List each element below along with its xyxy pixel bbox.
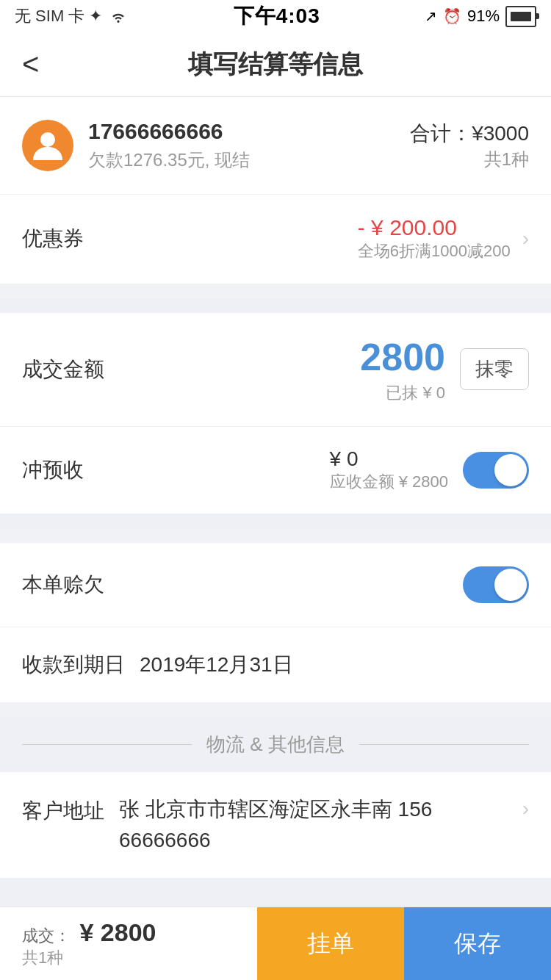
footer-deal-label: 成交： [22,926,71,945]
battery-icon [505,6,536,27]
footer-count: 共1种 [22,947,235,969]
location-icon: ↗ [425,7,437,25]
debt-section: 本单赊欠 收款到期日 2019年12月31日 [0,543,551,702]
coupon-right: - ¥ 200.00 全场6折满1000减200 › [358,215,529,263]
footer: 成交： ¥ 2800 共1种 挂单 保存 [0,907,551,980]
customer-left: 17666666666 欠款1276.35元, 现结 [22,119,250,172]
status-bar: 无 SIM 卡 ✦ 下午4:03 ↗ ⏰ 91% [0,0,551,32]
status-right: ↗ ⏰ 91% [425,6,536,27]
address-label: 客户地址 [22,797,104,825]
status-left: 无 SIM 卡 ✦ [15,5,129,27]
debt-toggle-knob [494,569,527,601]
amount-right: 2800 已抹 ¥ 0 抹零 [360,335,529,404]
amount-value: 2800 [360,335,445,379]
footer-deal-amount: ¥ 2800 [79,918,156,946]
customer-total: 合计：¥3000 [410,120,529,148]
coupon-discount: - ¥ 200.00 [358,215,511,240]
coupon-desc: 全场6折满1000减200 [358,240,511,263]
advance-label: 冲预收 [22,456,84,484]
logistics-label: 物流 & 其他信息 [206,732,345,757]
back-button[interactable]: < [22,48,39,81]
round-button[interactable]: 抹零 [460,348,529,390]
amount-value-col: 2800 已抹 ¥ 0 [360,335,445,404]
wifi-icon [108,9,129,24]
svg-point-0 [40,132,55,147]
advance-right: ¥ 0 应收金额 ¥ 2800 [330,447,529,493]
coupon-row[interactable]: 优惠券 - ¥ 200.00 全场6折满1000减200 › [0,194,551,284]
logistics-divider: 物流 & 其他信息 [0,717,551,772]
customer-info: 17666666666 欠款1276.35元, 现结 [88,119,250,172]
customer-row: 17666666666 欠款1276.35元, 现结 合计：¥3000 共1种 [0,97,551,194]
customer-summary: 合计：¥3000 共1种 [410,120,529,171]
address-section[interactable]: 客户地址 张 北京市市辖区海淀区永丰南 156 66666666 › [0,772,551,878]
advance-sub: 应收金额 ¥ 2800 [330,471,448,493]
section-divider-1 [0,298,551,313]
customer-count: 共1种 [410,148,529,171]
duedate-label: 收款到期日 [22,651,125,679]
customer-note: 欠款1276.35元, 现结 [88,148,250,172]
nav-bar: < 填写结算等信息 [0,32,551,97]
debt-label: 本单赊欠 [22,571,104,599]
advance-amount: ¥ 0 [330,447,448,471]
amount-sub: 已抹 ¥ 0 [360,382,445,404]
hold-button[interactable]: 挂单 [257,907,404,980]
footer-amount-row: 成交： ¥ 2800 [22,918,235,947]
sim-label: 无 SIM 卡 ✦ [15,5,102,27]
coupon-chevron-icon: › [522,227,529,251]
amount-row: 成交金额 2800 已抹 ¥ 0 抹零 [0,313,551,426]
divider-line-right [359,744,529,745]
amount-section: 成交金额 2800 已抹 ¥ 0 抹零 冲预收 ¥ 0 应收金额 ¥ 2800 [0,313,551,514]
debt-row: 本单赊欠 [0,543,551,627]
section-divider-2 [0,514,551,528]
page-title: 填写结算等信息 [188,48,363,82]
address-value: 张 北京市市辖区海淀区永丰南 156 66666666 [119,794,508,856]
advance-row: 冲预收 ¥ 0 应收金额 ¥ 2800 [0,426,551,514]
customer-phone: 17666666666 [88,119,250,144]
amount-label: 成交金额 [22,356,104,383]
footer-info: 成交： ¥ 2800 共1种 [0,907,257,980]
debt-toggle[interactable] [463,566,529,603]
divider-line-left [22,744,192,745]
address-chevron-icon: › [522,797,529,821]
duedate-value: 2019年12月31日 [140,651,293,679]
coupon-label: 优惠券 [22,225,84,253]
advance-toggle-knob [494,454,527,486]
save-button[interactable]: 保存 [404,907,551,980]
duedate-section: 收款到期日 2019年12月31日 [0,627,551,702]
customer-section: 17666666666 欠款1276.35元, 现结 合计：¥3000 共1种 … [0,97,551,284]
alarm-icon: ⏰ [443,7,461,25]
avatar [22,120,73,171]
duedate-row: 收款到期日 2019年12月31日 [22,651,529,679]
status-time: 下午4:03 [234,2,320,30]
advance-toggle[interactable] [463,452,529,489]
battery-percent: 91% [467,7,500,26]
